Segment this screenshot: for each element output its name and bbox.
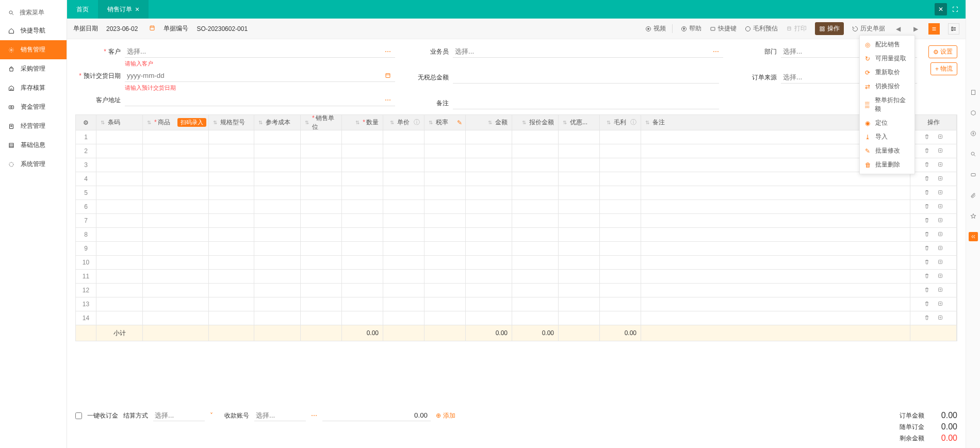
history-link[interactable]: 历史单据 <box>852 24 885 33</box>
cell-spec[interactable] <box>209 130 254 144</box>
cell-spec[interactable] <box>209 186 254 200</box>
cell-unit[interactable] <box>301 270 342 284</box>
table-row[interactable]: 13 <box>76 297 957 311</box>
th-product[interactable]: ⇅商品扫码录入 <box>143 115 209 130</box>
cell-amount[interactable] <box>466 214 512 228</box>
cell-discount[interactable] <box>559 256 600 270</box>
cell-remark[interactable] <box>641 172 910 186</box>
cell-unit[interactable] <box>301 172 342 186</box>
cell-profit[interactable] <box>600 270 641 284</box>
delete-row-icon[interactable] <box>924 134 930 141</box>
cell-product[interactable] <box>143 297 209 311</box>
cell-quote[interactable] <box>512 158 559 172</box>
cell-discount[interactable] <box>559 144 600 158</box>
sidebar-item-funds[interactable]: 资金管理 <box>0 97 67 117</box>
cell-discount[interactable] <box>559 297 600 311</box>
remark-input[interactable] <box>453 97 719 109</box>
cell-barcode[interactable] <box>96 242 143 256</box>
tab-home[interactable]: 首页 <box>67 0 98 19</box>
cell-unit[interactable] <box>301 214 342 228</box>
edit-icon[interactable]: ✎ <box>457 119 462 126</box>
cell-discount[interactable] <box>559 186 600 200</box>
more-icon[interactable]: ⋯ <box>311 412 317 419</box>
cell-qty[interactable] <box>342 256 383 270</box>
cell-spec[interactable] <box>209 242 254 256</box>
payment-account-select[interactable] <box>254 410 306 421</box>
delete-row-icon[interactable] <box>924 301 930 308</box>
table-row[interactable]: 14 <box>76 311 957 325</box>
cell-unit[interactable] <box>301 200 342 214</box>
cell-spec[interactable] <box>209 200 254 214</box>
cell-qty[interactable] <box>342 297 383 311</box>
cell-price[interactable] <box>383 297 424 311</box>
cell-price[interactable] <box>383 284 424 297</box>
cell-discount[interactable] <box>559 311 600 325</box>
cell-spec[interactable] <box>209 228 254 242</box>
cell-profit[interactable] <box>600 228 641 242</box>
cell-spec[interactable] <box>209 297 254 311</box>
sidebar-item-sales[interactable]: 销售管理 <box>0 40 67 59</box>
cell-refcost[interactable] <box>254 256 301 270</box>
op-item-wholediscount[interactable]: ▒整单折扣金额 <box>860 93 914 116</box>
cell-barcode[interactable] <box>96 270 143 284</box>
cell-refcost[interactable] <box>254 228 301 242</box>
table-row[interactable]: 2 <box>76 144 957 158</box>
cell-quote[interactable] <box>512 172 559 186</box>
vtool-collapse-icon[interactable] <box>969 232 978 241</box>
cell-unit[interactable] <box>301 242 342 256</box>
add-row-icon[interactable] <box>937 314 943 322</box>
cell-qty[interactable] <box>342 214 383 228</box>
cell-amount[interactable] <box>466 144 512 158</box>
cell-remark[interactable] <box>641 214 910 228</box>
cell-price[interactable] <box>383 242 424 256</box>
cell-barcode[interactable] <box>96 214 143 228</box>
cell-barcode[interactable] <box>96 172 143 186</box>
cell-unit[interactable] <box>301 284 342 297</box>
cell-barcode[interactable] <box>96 130 143 144</box>
cell-price[interactable] <box>383 214 424 228</box>
cell-tax[interactable] <box>424 256 466 270</box>
cell-profit[interactable] <box>600 158 641 172</box>
cell-refcost[interactable] <box>254 284 301 297</box>
th-tax[interactable]: ⇅税率✎ <box>424 115 466 130</box>
cell-barcode[interactable] <box>96 284 143 297</box>
table-row[interactable]: 12 <box>76 284 957 297</box>
cell-spec[interactable] <box>209 172 254 186</box>
delete-row-icon[interactable] <box>924 314 930 322</box>
cell-tax[interactable] <box>424 297 466 311</box>
cell-tax[interactable] <box>424 130 466 144</box>
cell-qty[interactable] <box>342 228 383 242</box>
cell-discount[interactable] <box>559 284 600 297</box>
cell-product[interactable] <box>143 130 209 144</box>
chevron-down-icon[interactable]: ˅ <box>210 412 213 419</box>
cell-profit[interactable] <box>600 297 641 311</box>
addr-input[interactable] <box>125 94 395 106</box>
prev-doc-button[interactable]: ◀ <box>893 24 903 34</box>
delete-row-icon[interactable] <box>924 245 930 253</box>
add-row-icon[interactable] <box>937 231 943 239</box>
cell-price[interactable] <box>383 130 424 144</box>
cell-quote[interactable] <box>512 284 559 297</box>
cell-product[interactable] <box>143 242 209 256</box>
op-item-available[interactable]: ↻可用量提取 <box>860 52 914 65</box>
cell-barcode[interactable] <box>96 256 143 270</box>
vtool-box-icon[interactable] <box>969 108 978 118</box>
logistics-button[interactable]: +物流 <box>930 62 957 75</box>
cell-tax[interactable] <box>424 200 466 214</box>
cell-tax[interactable] <box>424 228 466 242</box>
add-row-icon[interactable] <box>937 134 943 141</box>
delete-row-icon[interactable] <box>924 203 930 211</box>
cell-product[interactable] <box>143 144 209 158</box>
cell-discount[interactable] <box>559 214 600 228</box>
cell-refcost[interactable] <box>254 242 301 256</box>
cell-tax[interactable] <box>424 214 466 228</box>
cell-profit[interactable] <box>600 214 641 228</box>
cell-barcode[interactable] <box>96 228 143 242</box>
cell-remark[interactable] <box>641 242 910 256</box>
cell-price[interactable] <box>383 186 424 200</box>
cell-amount[interactable] <box>466 172 512 186</box>
cell-product[interactable] <box>143 158 209 172</box>
cell-refcost[interactable] <box>254 214 301 228</box>
delete-row-icon[interactable] <box>924 161 930 169</box>
th-price[interactable]: ⇅单价ⓘ <box>383 115 424 130</box>
